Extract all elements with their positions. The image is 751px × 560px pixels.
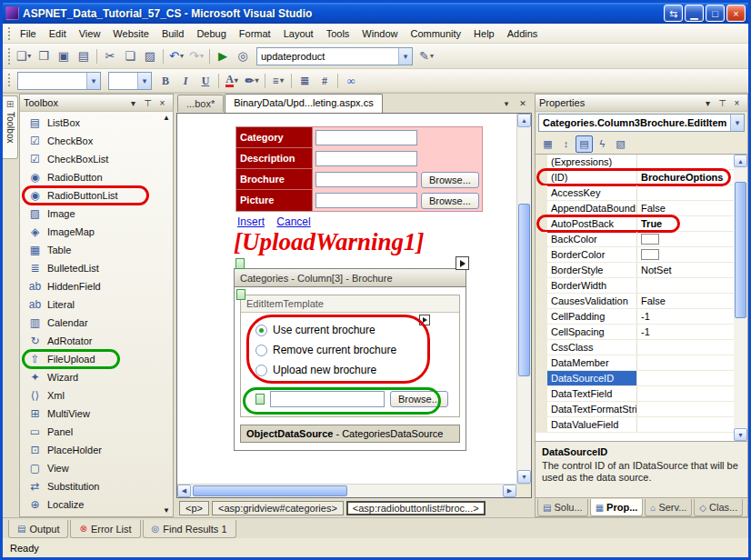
toolbox-item[interactable]: ⇄ Substitution xyxy=(20,477,173,495)
style-combo[interactable] xyxy=(17,72,101,90)
style-application-button[interactable]: ✎ xyxy=(416,46,436,66)
events-button[interactable]: ϟ xyxy=(594,135,611,153)
property-row[interactable]: AppendDataBoundI False xyxy=(536,201,734,216)
chevron-down-icon[interactable] xyxy=(730,115,744,131)
numbering-button[interactable]: # xyxy=(315,71,335,91)
scroll-up-icon[interactable]: ▲ xyxy=(517,114,531,127)
paste-button[interactable]: ▨ xyxy=(140,46,160,66)
bold-button[interactable]: B xyxy=(155,71,175,91)
toolbox-item[interactable]: ab Literal xyxy=(20,295,173,314)
scrollbar-thumb[interactable] xyxy=(735,182,746,318)
menu-item[interactable]: Build xyxy=(155,25,190,43)
alignment-button[interactable]: ≡ xyxy=(268,71,288,91)
close-document-icon[interactable]: ✕ xyxy=(516,96,530,111)
cut-button[interactable]: ✂ xyxy=(100,46,120,66)
open-file-button[interactable]: ❒ xyxy=(34,46,54,66)
menu-item[interactable]: Layout xyxy=(277,25,320,43)
pushpin-icon[interactable]: ⊤ xyxy=(716,96,729,110)
property-row[interactable]: DataMember xyxy=(536,355,734,371)
scroll-down-icon[interactable]: ▼ xyxy=(734,428,747,441)
toolbox-item[interactable]: ✦ Wizard xyxy=(20,368,173,386)
italic-button[interactable]: I xyxy=(175,71,195,91)
property-pages-button[interactable]: ▧ xyxy=(612,135,629,153)
design-surface[interactable]: Category Description xyxy=(177,114,516,484)
tab-list-chevron-icon[interactable]: ▾ xyxy=(499,96,514,111)
property-row[interactable]: AccessKey xyxy=(536,185,734,201)
browse-button[interactable]: Browse... xyxy=(421,172,479,188)
bullets-button[interactable]: ≣ xyxy=(295,71,315,91)
underline-button[interactable]: U xyxy=(195,71,215,91)
toolbox-item[interactable]: ⇧ FileUpload xyxy=(20,350,173,368)
menu-item[interactable]: Tools xyxy=(320,25,356,43)
toolbox-item[interactable]: ⊕ Localize xyxy=(20,495,173,514)
property-row[interactable]: DataValueField xyxy=(536,417,734,433)
toolbox-item[interactable]: ▭ Panel xyxy=(20,423,173,441)
property-row[interactable]: AutoPostBack True xyxy=(536,216,734,232)
window-menu-icon[interactable]: ▾ xyxy=(126,96,140,110)
objectdatasource-bar[interactable]: ObjectDataSource - CategoriesDataSource xyxy=(240,425,460,443)
toolbox-item[interactable]: ab HiddenField xyxy=(20,277,173,295)
toolbox-item[interactable]: ◈ ImageMap xyxy=(20,223,173,241)
property-row[interactable]: BorderWidth xyxy=(536,278,734,294)
property-row[interactable]: BackColor xyxy=(536,232,734,247)
output-tab[interactable]: ▤ Output xyxy=(8,520,68,538)
font-color-button[interactable]: A xyxy=(222,71,242,91)
toolbox-item[interactable]: ▨ Image xyxy=(20,205,173,223)
menu-item[interactable]: Format xyxy=(233,25,277,43)
scroll-right-icon[interactable]: ▶ xyxy=(503,485,516,497)
document-tab-active[interactable]: BinaryData/Upd...leting.aspx.cs xyxy=(225,94,382,113)
smart-tag-button[interactable] xyxy=(456,256,469,270)
scroll-down-icon[interactable]: ▼ xyxy=(163,506,170,515)
toolbox-item[interactable]: ⊞ MultiView xyxy=(20,405,173,423)
properties-tab[interactable]: ▦ Prop... xyxy=(590,499,644,516)
chevron-down-icon[interactable] xyxy=(86,73,100,89)
scroll-up-icon[interactable]: ▲ xyxy=(163,114,170,122)
menu-item[interactable]: View xyxy=(73,25,107,43)
property-row[interactable]: CssClass xyxy=(536,340,734,355)
save-button[interactable]: ▣ xyxy=(54,46,74,66)
scrollbar-thumb[interactable] xyxy=(193,485,347,496)
menu-item[interactable]: Debug xyxy=(190,25,232,43)
text-input[interactable] xyxy=(315,172,417,187)
text-input[interactable] xyxy=(315,130,417,145)
window-menu-icon[interactable]: ▾ xyxy=(701,96,715,110)
navigation-combo[interactable]: updateproduct xyxy=(256,47,413,65)
toolbar-grip[interactable] xyxy=(7,73,11,89)
menu-item[interactable]: Help xyxy=(467,25,501,43)
new-project-button[interactable]: ❑ xyxy=(14,46,34,66)
toolbox-item[interactable]: ▦ Table xyxy=(20,241,173,259)
save-all-button[interactable]: ▤ xyxy=(74,46,94,66)
find-button[interactable]: ◎ xyxy=(233,46,253,66)
undo-button[interactable]: ↶ xyxy=(166,46,186,66)
property-row[interactable]: DataSourceID xyxy=(536,371,734,386)
menu-item[interactable]: Addins xyxy=(501,25,545,43)
class-view-tab[interactable]: ◇ Clas... xyxy=(694,499,743,516)
document-tab-partial[interactable]: ...box* xyxy=(177,95,224,112)
scroll-down-icon[interactable]: ▼ xyxy=(517,470,531,484)
insert-link[interactable]: Insert xyxy=(237,215,265,228)
property-row[interactable]: BorderStyle NotSet xyxy=(536,263,734,278)
menu-item[interactable]: Community xyxy=(404,25,467,43)
property-row[interactable]: CellSpacing -1 xyxy=(536,325,734,340)
menu-item[interactable]: Window xyxy=(355,25,404,43)
editor-vertical-scrollbar[interactable]: ▲ ▼ xyxy=(516,114,531,484)
pushpin-icon[interactable]: ⊤ xyxy=(141,96,155,110)
window-switch-button[interactable]: ⇆ xyxy=(664,5,683,22)
minimize-button[interactable]: ▁ xyxy=(685,5,704,22)
tag-navigator-item[interactable]: <asp:gridview#categories> xyxy=(212,501,344,515)
chevron-down-icon[interactable] xyxy=(137,73,151,89)
property-row[interactable]: BorderColor xyxy=(536,247,734,263)
close-icon[interactable]: × xyxy=(155,96,169,110)
alphabetical-button[interactable]: ↕ xyxy=(557,135,575,153)
menu-item[interactable]: Edit xyxy=(43,25,73,43)
error-list-tab[interactable]: ⊗ Error List xyxy=(70,520,140,538)
cancel-link[interactable]: Cancel xyxy=(276,215,310,228)
radio-option[interactable]: Remove current brochure xyxy=(255,340,459,360)
maximize-button[interactable]: □ xyxy=(706,5,725,22)
categorized-button[interactable]: ▦ xyxy=(539,135,556,153)
close-icon[interactable]: × xyxy=(730,96,744,110)
scroll-left-icon[interactable]: ◀ xyxy=(177,485,191,497)
toolbox-item[interactable]: ◉ RadioButton xyxy=(20,168,173,186)
toolbox-item[interactable]: ☑ CheckBoxList xyxy=(20,150,173,168)
highlight-button[interactable]: ✏ xyxy=(242,71,262,91)
